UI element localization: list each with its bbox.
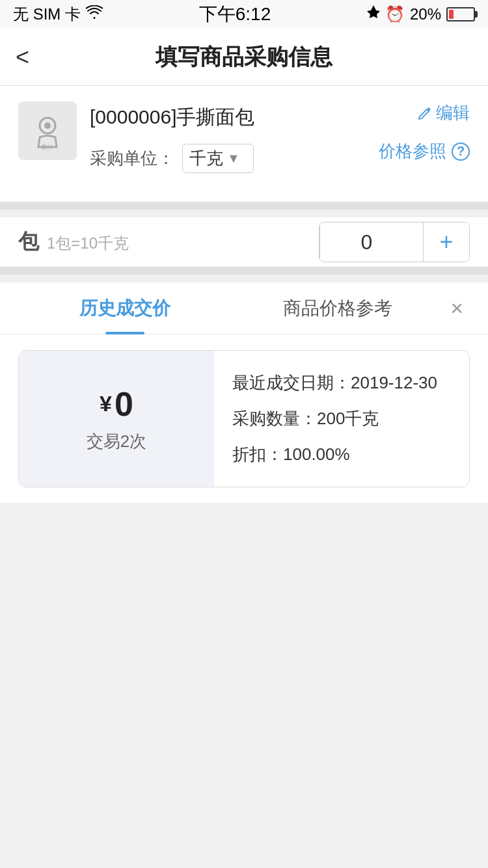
tab-history-price[interactable]: 历史成交价	[18, 282, 231, 334]
product-header: 数计 [0000006]手撕面包 采购单位： 千克 ▼	[18, 102, 470, 173]
unit-label: 采购单位：	[90, 147, 174, 170]
section-divider-2	[0, 267, 488, 275]
section-divider	[0, 202, 488, 210]
quantity-control: +	[319, 222, 470, 262]
unit-dropdown-arrow: ▼	[227, 151, 240, 166]
time-display: 下午6:12	[199, 2, 271, 27]
tab-close-button[interactable]: ×	[444, 295, 470, 321]
quantity-unit: 包	[18, 228, 39, 256]
card-price: ¥ 0	[100, 385, 133, 424]
card-trade-count: 交易2次	[87, 430, 146, 453]
tab-product-price-ref[interactable]: 商品价格参考	[231, 282, 444, 334]
main-background	[0, 503, 488, 868]
quantity-hint: 1包=10千克	[47, 233, 129, 254]
product-section: 数计 [0000006]手撕面包 采购单位： 千克 ▼	[0, 86, 488, 202]
unit-select[interactable]: 千克 ▼	[182, 144, 254, 173]
tab-underline	[105, 332, 144, 334]
product-logo: 数计	[18, 102, 77, 160]
carrier-text: 无 SIM 卡	[13, 4, 81, 25]
quantity-plus-button[interactable]: +	[424, 223, 469, 262]
location-icon	[367, 5, 380, 23]
svg-point-1	[44, 122, 51, 129]
recent-date-row: 最近成交日期：2019-12-30	[232, 370, 451, 396]
price-ref-help-icon: ?	[452, 142, 470, 161]
product-info: [0000006]手撕面包 采购单位： 千克 ▼	[90, 102, 254, 173]
price-ref-button[interactable]: 价格参照 ?	[379, 140, 470, 163]
product-left: 数计 [0000006]手撕面包 采购单位： 千克 ▼	[18, 102, 254, 173]
history-card: ¥ 0 交易2次 最近成交日期：2019-12-30 采购数量：200千克 折扣…	[18, 350, 470, 487]
wifi-icon	[86, 5, 103, 23]
card-right: 最近成交日期：2019-12-30 采购数量：200千克 折扣：100.00%	[214, 351, 469, 487]
status-left: 无 SIM 卡	[13, 4, 103, 25]
edit-button[interactable]: 编辑	[418, 102, 470, 124]
purchase-quantity-row: 采购数量：200千克	[232, 406, 451, 431]
svg-text:数计: 数计	[42, 144, 53, 150]
discount-row: 折扣：100.00%	[232, 442, 451, 467]
quantity-input[interactable]	[319, 223, 424, 262]
tab-header: 历史成交价 商品价格参考 ×	[0, 282, 488, 334]
status-right: ⏰ 20%	[367, 5, 475, 23]
quantity-label-wrap: 包 1包=10千克	[18, 228, 129, 256]
history-content: ¥ 0 交易2次 最近成交日期：2019-12-30 采购数量：200千克 折扣…	[0, 334, 488, 503]
battery-percentage: 20%	[410, 5, 441, 23]
back-button[interactable]: <	[16, 44, 29, 71]
card-left: ¥ 0 交易2次	[19, 351, 214, 487]
quantity-section: 包 1包=10千克 +	[0, 210, 488, 267]
alarm-icon: ⏰	[385, 5, 405, 23]
battery-icon	[446, 7, 475, 21]
status-bar: 无 SIM 卡 下午6:12 ⏰ 20%	[0, 0, 488, 29]
tab-section: 历史成交价 商品价格参考 × ¥ 0 交易2次 最近成交日期：2019-12-3…	[0, 275, 488, 503]
page-title: 填写商品采购信息	[156, 42, 332, 72]
nav-bar: < 填写商品采购信息	[0, 29, 488, 86]
product-unit-row: 采购单位： 千克 ▼	[90, 144, 254, 173]
product-name: [0000006]手撕面包	[90, 104, 254, 131]
